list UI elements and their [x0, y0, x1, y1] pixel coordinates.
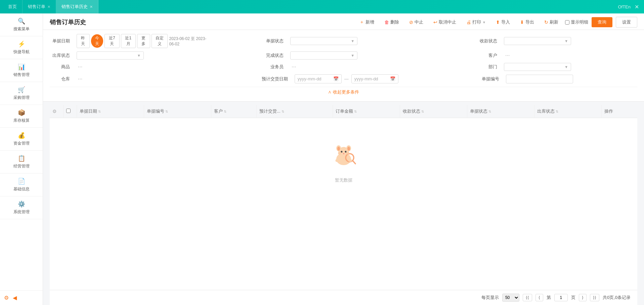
sort-out-status-icon: ⇅ — [556, 110, 558, 113]
th-doc-date[interactable]: 单据日期 ⇅ — [77, 105, 144, 118]
sort-doc-status-icon: ⇅ — [488, 110, 491, 113]
finance-icon: 💰 — [18, 132, 25, 139]
stop-button[interactable]: ⊘ 中止 — [406, 17, 427, 27]
sidebar-item-quick-nav-label: 快捷导航 — [13, 49, 30, 55]
th-settings-col[interactable]: ⚙ — [50, 105, 63, 118]
salesperson-dots[interactable]: ··· — [290, 64, 297, 70]
customer-dots[interactable]: ··· — [504, 52, 511, 59]
next-page-btn[interactable]: ⟩ — [579, 294, 587, 301]
th-expected-date[interactable]: 预计交货... ⇅ — [256, 105, 333, 118]
select-all-checkbox[interactable] — [66, 109, 71, 113]
per-page-select[interactable]: 50 10 20 100 — [502, 294, 519, 302]
date-yesterday-btn[interactable]: 昨天 — [77, 34, 90, 48]
out-status-select[interactable]: ▼ — [77, 51, 144, 60]
new-button[interactable]: ＋ 新增 — [356, 17, 378, 27]
expected-date-from[interactable]: yyyy-mm-dd 📅 — [295, 74, 342, 83]
th-out-status[interactable]: 出库状态 ⇅ — [534, 105, 602, 118]
out-status-control: ▼ — [77, 51, 210, 60]
th-doc-status[interactable]: 单据状态 ⇅ — [467, 105, 534, 118]
sidebar-item-basic-info-label: 基础信息 — [13, 186, 30, 192]
sidebar-item-finance[interactable]: 💰 资金管理 — [0, 128, 43, 151]
doc-status-control: ▼ — [290, 37, 424, 45]
receipt-status-select[interactable]: ▼ — [504, 37, 571, 45]
out-status-arrow: ▼ — [137, 53, 141, 58]
expected-date-to[interactable]: yyyy-mm-dd 📅 — [351, 74, 398, 83]
date-1month-btn[interactable]: 近1月 — [121, 34, 136, 48]
tab-home[interactable]: 首页 — [3, 0, 23, 13]
collapse-up-icon: ∧ — [328, 89, 333, 94]
display-columns-label[interactable]: 显示明细 — [565, 19, 588, 25]
complete-status-control: ▼ — [290, 51, 424, 60]
sidebar-item-sales[interactable]: 📊 销售管理 — [0, 59, 43, 82]
prev-page-btn[interactable]: ⟨ — [535, 294, 543, 301]
sidebar-item-purchase[interactable]: 🛒 采购管理 — [0, 82, 43, 105]
collapse-bar[interactable]: ∧ 收起更多条件 — [50, 87, 637, 97]
table-area: ⚙ 单据日期 ⇅ 单据编号 — [50, 105, 637, 290]
date-today-btn[interactable]: 今天 — [91, 34, 103, 48]
filter-row-2: 出库状态 ▼ 完成状态 ▼ 客户 — [50, 51, 637, 60]
last-page-btn[interactable]: ⟩⟩ — [590, 294, 599, 301]
first-page-btn[interactable]: ⟨⟨ — [523, 294, 532, 301]
new-icon: ＋ — [359, 19, 364, 25]
search-icon: 🔍 — [18, 17, 25, 25]
display-columns-checkbox[interactable] — [565, 20, 569, 25]
settings-button[interactable]: 设置 — [616, 17, 637, 28]
th-receipt-status[interactable]: 收款状态 ⇅ — [400, 105, 467, 118]
sidebar-bottom: ⚙ ◀ — [0, 290, 43, 305]
per-page-label: 每页显示 — [481, 295, 499, 301]
sidebar-item-operations[interactable]: 📋 经营管理 — [0, 151, 43, 174]
empty-icon — [327, 138, 360, 172]
th-customer[interactable]: 客户 ⇅ — [211, 105, 256, 118]
sidebar: 🔍 搜索菜单 ⚡ 快捷导航 📊 销售管理 🛒 采购管理 📦 库存核算 💰 资金管… — [0, 13, 43, 305]
doc-status-select[interactable]: ▼ — [290, 37, 357, 45]
table-settings-icon[interactable]: ⚙ — [52, 109, 57, 114]
date-more-btn[interactable]: 更多 — [137, 34, 150, 48]
department-label: 部门 — [477, 64, 497, 70]
calendar-from-icon: 📅 — [333, 76, 339, 81]
svg-point-10 — [343, 153, 344, 154]
cancel-stop-button[interactable]: ↩ 取消中止 — [430, 17, 460, 27]
sort-customer-icon: ⇅ — [224, 110, 226, 113]
tab-sales-order-history[interactable]: 销售订单历史 ✕ — [56, 0, 98, 13]
sidebar-item-inventory[interactable]: 📦 库存核算 — [0, 105, 43, 128]
import-icon: ⬆ — [496, 20, 500, 25]
out-status-label: 出库状态 — [50, 52, 70, 59]
date-custom-btn[interactable]: 自定义 — [152, 34, 168, 48]
print-button[interactable]: 🖨 打印 ▼ — [463, 17, 489, 27]
tab-sales-order-close[interactable]: ✕ — [47, 5, 50, 9]
sidebar-collapse-icon[interactable]: ◀ — [13, 295, 17, 301]
sidebar-item-search[interactable]: 🔍 搜索菜单 — [0, 13, 43, 36]
page-label-prefix: 第 — [547, 295, 551, 301]
refresh-button[interactable]: ↻ 刷新 — [541, 17, 562, 27]
total-label: 共0页,0条记录 — [603, 295, 631, 301]
export-button[interactable]: ⬇ 导出 — [517, 17, 538, 27]
tab-sales-order-history-close[interactable]: ✕ — [90, 5, 93, 9]
th-doc-number[interactable]: 单据编号 ⇅ — [144, 105, 211, 118]
top-bar: 首页 销售订单 ✕ 销售订单历史 ✕ OfTEn ✕ — [0, 0, 644, 13]
warehouse-control: ··· — [77, 76, 208, 82]
complete-status-arrow: ▼ — [351, 53, 354, 58]
doc-number-input[interactable] — [506, 75, 573, 83]
sales-icon: 📊 — [18, 63, 25, 71]
complete-status-select[interactable]: ▼ — [290, 51, 357, 60]
sidebar-item-system[interactable]: ⚙️ 系统管理 — [0, 196, 43, 219]
sidebar-item-search-label: 搜索菜单 — [13, 26, 30, 32]
department-select[interactable]: ▼ — [504, 63, 571, 71]
import-button[interactable]: ⬆ 导入 — [492, 17, 513, 27]
inventory-icon: 📦 — [18, 109, 25, 116]
product-dots[interactable]: ··· — [77, 64, 84, 70]
warehouse-dots[interactable]: ··· — [77, 76, 84, 82]
current-page-input[interactable] — [554, 294, 568, 301]
th-order-amount[interactable]: 订单金额 ⇅ — [333, 105, 400, 118]
sidebar-item-quick-nav[interactable]: ⚡ 快捷导航 — [0, 36, 43, 59]
query-button[interactable]: 查询 — [592, 17, 612, 27]
sidebar-settings-icon[interactable]: ⚙ — [4, 295, 9, 301]
sidebar-item-basic-info[interactable]: 📄 基础信息 — [0, 174, 43, 196]
window-close-icon[interactable]: ✕ — [635, 4, 639, 10]
date-7days-btn[interactable]: 近7天 — [104, 34, 119, 48]
warehouse-label: 仓库 — [50, 76, 70, 82]
tab-sales-order[interactable]: 销售订单 ✕ — [23, 0, 56, 13]
export-icon: ⬇ — [520, 20, 524, 25]
doc-number-label: 单据编号 — [479, 76, 499, 82]
delete-button[interactable]: 🗑 删除 — [381, 17, 402, 27]
